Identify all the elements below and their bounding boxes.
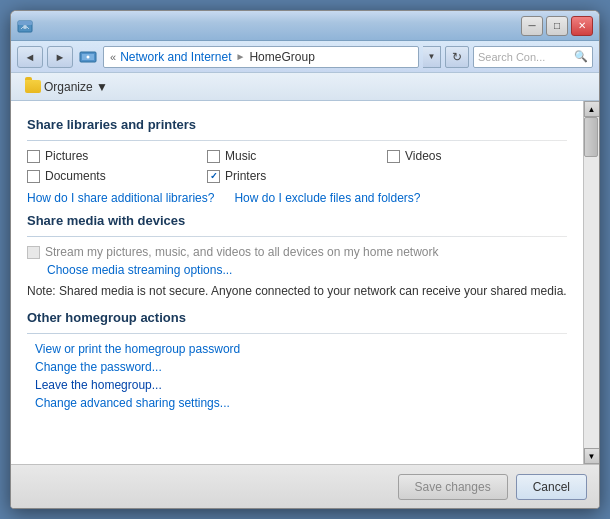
pictures-label: Pictures xyxy=(45,149,88,163)
search-icon: 🔍 xyxy=(574,50,588,63)
title-bar: ─ □ ✕ xyxy=(11,11,599,41)
links-row: How do I share additional libraries? How… xyxy=(27,191,567,205)
videos-label: Videos xyxy=(405,149,441,163)
close-button[interactable]: ✕ xyxy=(571,16,593,36)
toolbar: Organize ▼ xyxy=(11,73,599,101)
printers-checkbox-item: Printers xyxy=(207,169,387,183)
checkbox-grid: Pictures Music Videos Documents Pri xyxy=(27,149,567,183)
documents-checkbox[interactable] xyxy=(27,170,40,183)
title-bar-left xyxy=(17,18,33,34)
network-internet-link[interactable]: Network and Internet xyxy=(120,50,231,64)
printers-label: Printers xyxy=(225,169,266,183)
other-actions-section: Other homegroup actions View or print th… xyxy=(27,310,567,410)
documents-checkbox-item: Documents xyxy=(27,169,207,183)
scroll-down-button[interactable]: ▼ xyxy=(584,448,600,464)
organize-button[interactable]: Organize ▼ xyxy=(19,78,114,96)
main-content: Share libraries and printers Pictures Mu… xyxy=(11,101,583,464)
forward-icon: ► xyxy=(55,51,66,63)
window-icon xyxy=(17,18,33,34)
content-area: Share libraries and printers Pictures Mu… xyxy=(11,101,599,464)
scroll-up-button[interactable]: ▲ xyxy=(584,101,600,117)
printers-checkbox[interactable] xyxy=(207,170,220,183)
change-password-link[interactable]: Change the password... xyxy=(35,360,567,374)
share-libraries-link[interactable]: How do I share additional libraries? xyxy=(27,191,214,205)
section-divider-2 xyxy=(27,236,567,237)
music-checkbox[interactable] xyxy=(207,150,220,163)
folder-icon xyxy=(25,80,41,93)
svg-point-2 xyxy=(23,25,27,29)
scroll-thumb[interactable] xyxy=(584,117,598,157)
actions-list: View or print the homegroup password Cha… xyxy=(27,342,567,410)
breadcrumb: « Network and Internet ► HomeGroup xyxy=(103,46,419,68)
scrollbar[interactable]: ▲ ▼ xyxy=(583,101,599,464)
search-box[interactable]: Search Con... 🔍 xyxy=(473,46,593,68)
back-button[interactable]: ◄ xyxy=(17,46,43,68)
network-icon xyxy=(79,48,97,66)
videos-checkbox-item: Videos xyxy=(387,149,567,163)
main-window: ─ □ ✕ ◄ ► « Network and Internet ► HomeG… xyxy=(10,10,600,509)
leave-homegroup-link[interactable]: Leave the homegroup... xyxy=(35,378,567,392)
svg-rect-1 xyxy=(18,21,32,25)
share-libraries-title: Share libraries and printers xyxy=(27,117,567,132)
view-password-link[interactable]: View or print the homegroup password xyxy=(35,342,567,356)
empty-cell xyxy=(387,169,567,183)
pictures-checkbox-item: Pictures xyxy=(27,149,207,163)
videos-checkbox[interactable] xyxy=(387,150,400,163)
svg-point-7 xyxy=(87,55,90,58)
music-label: Music xyxy=(225,149,256,163)
organize-label: Organize ▼ xyxy=(44,80,108,94)
section-divider-3 xyxy=(27,333,567,334)
advanced-sharing-link[interactable]: Change advanced sharing settings... xyxy=(35,396,567,410)
refresh-button[interactable]: ↻ xyxy=(445,46,469,68)
share-media-title: Share media with devices xyxy=(27,213,567,228)
other-actions-title: Other homegroup actions xyxy=(27,310,567,325)
minimize-button[interactable]: ─ xyxy=(521,16,543,36)
back-icon: ◄ xyxy=(25,51,36,63)
maximize-button[interactable]: □ xyxy=(546,16,568,36)
stream-label: Stream my pictures, music, and videos to… xyxy=(45,245,439,259)
media-options-link-container: Choose media streaming options... xyxy=(27,263,567,277)
pictures-checkbox[interactable] xyxy=(27,150,40,163)
stream-checkbox-row: Stream my pictures, music, and videos to… xyxy=(27,245,567,259)
address-bar: ◄ ► « Network and Internet ► HomeGroup ▼… xyxy=(11,41,599,73)
breadcrumb-separator: « xyxy=(110,51,116,63)
cancel-button[interactable]: Cancel xyxy=(516,474,587,500)
music-checkbox-item: Music xyxy=(207,149,387,163)
scroll-track xyxy=(584,117,599,448)
forward-button[interactable]: ► xyxy=(47,46,73,68)
media-note: Note: Shared media is not secure. Anyone… xyxy=(27,283,567,300)
stream-checkbox[interactable] xyxy=(27,246,40,259)
search-placeholder-text: Search Con... xyxy=(478,51,570,63)
homegroup-breadcrumb: HomeGroup xyxy=(249,50,314,64)
title-controls: ─ □ ✕ xyxy=(521,16,593,36)
save-changes-button[interactable]: Save changes xyxy=(398,474,508,500)
section-divider-1 xyxy=(27,140,567,141)
exclude-files-link[interactable]: How do I exclude files and folders? xyxy=(234,191,420,205)
documents-label: Documents xyxy=(45,169,106,183)
bottom-bar: Save changes Cancel xyxy=(11,464,599,508)
breadcrumb-arrow-icon: ► xyxy=(236,51,246,62)
media-streaming-options-link[interactable]: Choose media streaming options... xyxy=(47,263,232,277)
address-dropdown[interactable]: ▼ xyxy=(423,46,441,68)
